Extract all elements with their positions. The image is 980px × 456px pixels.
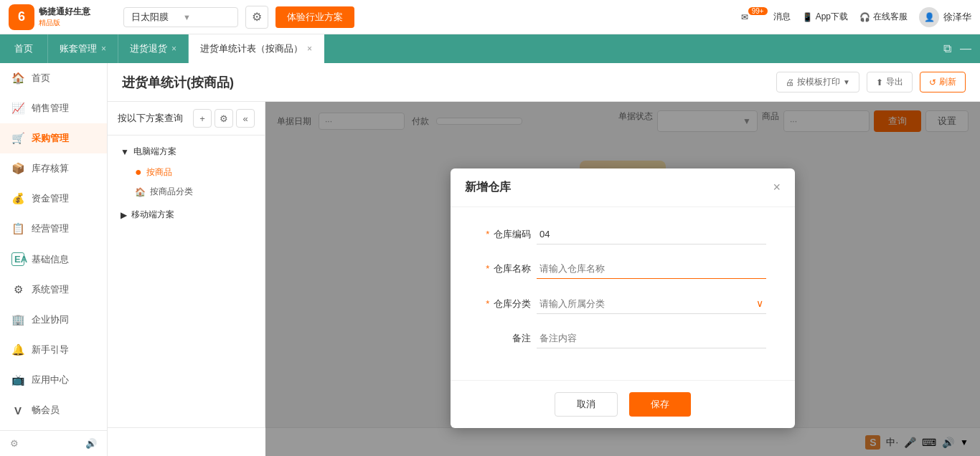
sidebar-item-operations[interactable]: 📋 经营管理: [0, 214, 107, 244]
code-input[interactable]: [537, 224, 766, 244]
sidebar-item-member[interactable]: V 畅会员: [0, 395, 107, 425]
content-area: 进货单统计(按商品) 🖨 按模板打印 ▼ ⬆ 导出 ↺ 刷新: [108, 63, 980, 456]
sidebar-label-finance: 资金管理: [32, 192, 69, 205]
save-button[interactable]: 保存: [629, 392, 691, 417]
logo-area: 6 畅捷通好生意 精品版: [9, 4, 116, 30]
sidebar-label-basic-info: 基础信息: [32, 253, 69, 266]
sidebar-item-appstore[interactable]: 📺 应用中心: [0, 365, 107, 395]
mobile-scheme-title[interactable]: ▶ 移动端方案: [115, 204, 258, 225]
active-dot-icon: ●: [135, 166, 142, 179]
tab-home[interactable]: 首页: [0, 34, 48, 63]
sidebar-item-system[interactable]: ⚙ 系统管理: [0, 275, 107, 305]
remark-input[interactable]: [537, 328, 766, 348]
tabbar: 首页 账套管理 × 进货退货 × 进货单统计表（按商品） × ⧉ —: [0, 34, 980, 63]
sidebar-label-system: 系统管理: [32, 283, 69, 296]
avatar-icon: 👤: [924, 12, 935, 22]
export-button[interactable]: ⬆ 导出: [867, 72, 913, 92]
online-service-button[interactable]: 🎧 在线客服: [859, 11, 908, 23]
collapse-scheme-button[interactable]: «: [236, 109, 255, 128]
member-icon: V: [11, 404, 24, 417]
dialog-overlay: 新增仓库 × * 仓库编码: [265, 102, 980, 456]
inventory-icon: 📦: [11, 162, 24, 175]
category-select[interactable]: ∨: [537, 293, 766, 314]
app-download-button[interactable]: 📱 App下载: [802, 11, 848, 23]
nav-item-by-goods[interactable]: ● 按商品: [115, 162, 258, 182]
settings-gear-button[interactable]: ⚙: [245, 6, 268, 29]
tab-account[interactable]: 账套管理 ×: [48, 34, 118, 63]
topbar: 6 畅捷通好生意 精品版 日太阳膜 ▼ ⚙ 体验行业方案 ✉ 99+ 消息 📱 …: [0, 0, 980, 34]
export-icon: ⬆: [876, 77, 883, 87]
sales-icon: 📈: [11, 102, 24, 115]
gear-icon: ⚙: [252, 10, 262, 24]
close-purchase-stats-tab-icon[interactable]: ×: [307, 44, 312, 54]
mobile-scheme-section: ▶ 移动端方案: [115, 204, 258, 225]
message-badge: 99+: [748, 7, 768, 15]
page-title: 进货单统计(按商品): [122, 74, 234, 91]
left-panel: 按以下方案查询 + ⚙ « ▼ 电脑端方案 ●: [108, 102, 265, 456]
dialog-header: 新增仓库 ×: [451, 168, 795, 207]
category-input[interactable]: [540, 298, 756, 309]
scheme-buttons: + ⚙ «: [193, 109, 255, 128]
sidebar-item-purchase[interactable]: 🛒 采购管理: [0, 123, 107, 153]
home-icon: 🏠: [11, 72, 24, 85]
main-layout: 🏠 首页 📈 销售管理 🛒 采购管理 📦 库存核算 💰 资金管理 📋 经营管理 …: [0, 63, 980, 456]
category-icon: 🏠: [135, 187, 146, 197]
sidebar-label-operations: 经营管理: [32, 222, 69, 235]
sidebar-label-inventory: 库存核算: [32, 162, 69, 175]
expand-mobile-icon: ▶: [121, 210, 127, 220]
sidebar: 🏠 首页 📈 销售管理 🛒 采购管理 📦 库存核算 💰 资金管理 📋 经营管理 …: [0, 63, 108, 456]
avatar: 👤: [919, 7, 939, 27]
sidebar-label-home: 首页: [32, 72, 50, 85]
message-button[interactable]: ✉ 99+ 消息: [741, 11, 791, 23]
restore-window-button[interactable]: ⧉: [941, 39, 954, 58]
tab-purchase-return[interactable]: 进货退货 ×: [118, 34, 189, 63]
purchase-icon: 🛒: [11, 132, 24, 145]
cancel-button[interactable]: 取消: [555, 392, 618, 417]
sidebar-item-inventory[interactable]: 📦 库存核算: [0, 153, 107, 184]
refresh-button[interactable]: ↺ 刷新: [920, 72, 966, 92]
refresh-icon: ↺: [929, 77, 936, 87]
sidebar-item-basic-info[interactable]: EA 基础信息: [0, 244, 107, 275]
sidebar-label-sales: 销售管理: [32, 102, 69, 115]
left-panel-header: 按以下方案查询 + ⚙ «: [108, 102, 265, 136]
main-inner: 按以下方案查询 + ⚙ « ▼ 电脑端方案 ●: [108, 102, 980, 456]
sidebar-item-guide[interactable]: 🔔 新手引导: [0, 335, 107, 365]
add-scheme-button[interactable]: +: [193, 109, 212, 128]
message-label: 消息: [773, 11, 791, 23]
dialog-body: * 仓库编码 * 仓库名称: [451, 207, 795, 380]
purchase-return-tab-label: 进货退货: [130, 42, 167, 55]
close-purchase-return-tab-icon[interactable]: ×: [171, 44, 176, 54]
name-input[interactable]: [537, 259, 766, 279]
minimize-window-button[interactable]: —: [957, 39, 974, 58]
store-selector[interactable]: 日太阳膜 ▼: [123, 7, 238, 27]
finance-icon: 💰: [11, 192, 24, 205]
print-button[interactable]: 🖨 按模板打印 ▼: [776, 72, 859, 92]
user-area[interactable]: 👤 徐泽华: [919, 7, 971, 27]
sidebar-item-sales[interactable]: 📈 销售管理: [0, 93, 107, 123]
remark-form-row: 备注: [479, 328, 766, 348]
tab-purchase-stats[interactable]: 进货单统计表（按商品） ×: [189, 34, 324, 63]
code-label: * 仓库编码: [479, 228, 537, 241]
account-tab-label: 账套管理: [60, 42, 97, 55]
dialog-close-button[interactable]: ×: [773, 180, 781, 195]
pc-scheme-title[interactable]: ▼ 电脑端方案: [115, 141, 258, 162]
sidebar-item-home[interactable]: 🏠 首页: [0, 63, 107, 93]
sidebar-label-member: 畅会员: [32, 404, 60, 417]
basic-info-icon: EA: [11, 252, 24, 266]
sidebar-label-purchase: 采购管理: [32, 132, 69, 145]
sidebar-bottom-settings-icon[interactable]: ⚙: [10, 438, 19, 449]
query-scheme-label: 按以下方案查询: [118, 112, 183, 125]
sidebar-item-finance[interactable]: 💰 资金管理: [0, 184, 107, 214]
name-form-row: * 仓库名称: [479, 259, 766, 279]
topbar-right: ✉ 99+ 消息 📱 App下载 🎧 在线客服 👤 徐泽华: [741, 7, 971, 27]
sidebar-item-enterprise[interactable]: 🏢 企业协同: [0, 305, 107, 335]
close-account-tab-icon[interactable]: ×: [101, 44, 106, 54]
nav-item-by-category[interactable]: 🏠 按商品分类: [115, 182, 258, 201]
pc-scheme-section: ▼ 电脑端方案 ● 按商品 🏠 按商品分类: [115, 141, 258, 201]
new-warehouse-dialog: 新增仓库 × * 仓库编码: [451, 168, 795, 428]
dialog-footer: 取消 保存: [451, 380, 795, 428]
settings-scheme-button[interactable]: ⚙: [215, 109, 233, 128]
trial-button[interactable]: 体验行业方案: [275, 6, 354, 28]
sidebar-bottom-speaker-icon[interactable]: 🔊: [85, 438, 97, 449]
headset-icon: 🎧: [859, 12, 870, 22]
